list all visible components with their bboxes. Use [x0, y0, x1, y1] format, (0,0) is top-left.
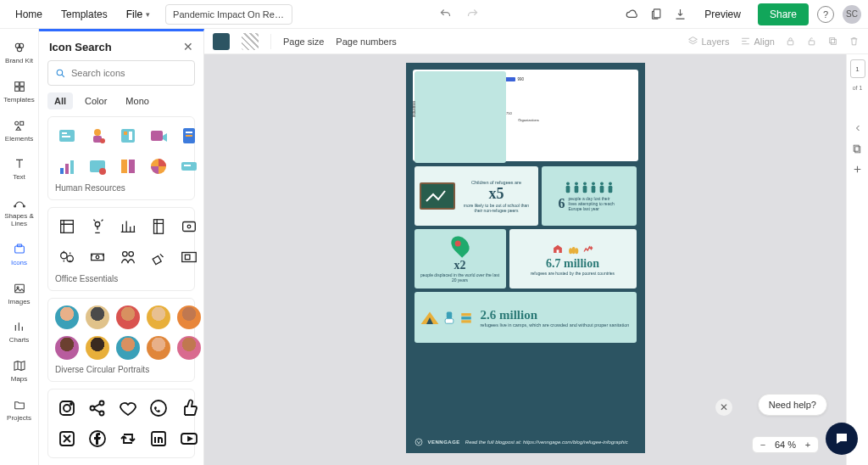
page-numbers-button[interactable]: Page numbers [336, 36, 397, 47]
nav-home[interactable]: Home [7, 3, 51, 25]
rail-elements[interactable]: Elements [0, 112, 39, 151]
office-icon[interactable] [86, 245, 109, 269]
collapse-icon[interactable] [851, 121, 865, 135]
rail-templates[interactable]: Templates [0, 73, 39, 112]
card-blank[interactable] [415, 71, 506, 163]
svg-rect-51 [153, 256, 161, 265]
office-icon[interactable] [177, 245, 201, 269]
thumbs-up-icon[interactable] [177, 396, 201, 420]
page-size-button[interactable]: Page size [283, 36, 324, 47]
retweet-icon[interactable] [116, 427, 140, 451]
align-button[interactable]: Align [740, 36, 775, 47]
portrait-icon[interactable] [55, 336, 79, 360]
infographic-page[interactable]: Industries Public Sector990 Education620… [406, 63, 645, 453]
hr-icon[interactable] [55, 154, 79, 178]
duplicate-icon[interactable] [827, 36, 838, 47]
share-icon[interactable] [86, 396, 109, 420]
rail-maps[interactable]: Maps [0, 352, 39, 391]
redo-icon[interactable] [465, 7, 480, 22]
rail-label: Brand Kit [5, 58, 33, 65]
whatsapp-icon[interactable] [147, 396, 170, 420]
add-page-icon[interactable] [851, 162, 865, 176]
portrait-icon[interactable] [116, 336, 140, 360]
document-title-input[interactable]: Pandemic Impact On Refugee Sta... [165, 4, 292, 25]
hr-icon[interactable] [86, 124, 109, 148]
cloud-sync-icon[interactable] [625, 7, 640, 22]
office-icon[interactable] [177, 215, 201, 238]
user-avatar[interactable]: SC [843, 5, 861, 24]
office-icon[interactable] [147, 245, 170, 269]
chat-fab[interactable] [826, 423, 858, 455]
hr-icon[interactable] [177, 154, 201, 178]
hr-icon[interactable] [116, 154, 140, 178]
instagram-icon[interactable] [55, 396, 79, 420]
rail-projects[interactable]: Projects [0, 391, 39, 430]
heart-icon[interactable] [116, 396, 140, 420]
background-color-swatch[interactable] [213, 33, 230, 50]
nav-templates[interactable]: Templates [53, 3, 116, 25]
undo-icon[interactable] [437, 7, 453, 22]
duplicate-page-icon[interactable] [851, 142, 865, 155]
share-button[interactable]: Share [758, 3, 809, 25]
search-input-wrapper[interactable] [47, 60, 195, 86]
rail-images[interactable]: Images [0, 275, 39, 314]
card-x2[interactable]: x2 people displaced in the world over th… [415, 229, 506, 289]
rail-text[interactable]: Text [0, 150, 39, 189]
rail-brand-kit[interactable]: Brand Kit [0, 34, 39, 73]
need-help-bubble[interactable]: Need help? [758, 394, 827, 416]
rail-shapes[interactable]: Shapes & Lines [0, 189, 39, 236]
portrait-icon[interactable] [86, 336, 109, 360]
card-x5[interactable]: Children of refugees are x5 more likely … [415, 166, 538, 226]
hr-icon[interactable] [86, 154, 109, 178]
portrait-icon[interactable] [177, 305, 201, 329]
close-help-icon[interactable]: ✕ [715, 399, 732, 416]
rail-charts[interactable]: Charts [0, 313, 39, 352]
office-icon[interactable] [86, 215, 109, 238]
rail-icons[interactable]: Icons [0, 236, 39, 275]
search-input[interactable] [71, 68, 187, 78]
tab-all[interactable]: All [47, 92, 73, 109]
card-6-people[interactable]: 6 people a day lost their lives attempti… [542, 166, 637, 226]
preview-button[interactable]: Preview [696, 4, 749, 25]
portrait-icon[interactable] [116, 305, 140, 329]
office-icon[interactable] [55, 245, 79, 269]
portrait-icon[interactable] [86, 305, 109, 329]
zoom-out-button[interactable]: − [758, 440, 768, 450]
hr-icon[interactable] [147, 154, 170, 178]
portrait-icon[interactable] [55, 305, 79, 329]
zoom-in-button[interactable]: + [803, 440, 813, 450]
x-twitter-icon[interactable] [55, 427, 79, 451]
background-pattern-swatch[interactable] [242, 33, 259, 50]
page-indicator[interactable]: 1 [850, 59, 865, 78]
tab-color[interactable]: Color [78, 92, 114, 109]
close-icon[interactable]: ✕ [183, 40, 193, 53]
office-icon[interactable] [116, 215, 140, 238]
hr-icon[interactable] [55, 124, 79, 148]
hr-icon[interactable] [116, 124, 140, 148]
portrait-icon[interactable] [147, 336, 170, 360]
tab-mono[interactable]: Mono [119, 92, 156, 109]
layers-button[interactable]: Layers [687, 36, 730, 47]
hr-icon[interactable] [177, 124, 201, 148]
linkedin-icon[interactable] [147, 427, 170, 451]
help-icon[interactable]: ? [817, 6, 834, 23]
portrait-icon[interactable] [177, 336, 201, 360]
office-icon[interactable] [116, 245, 140, 269]
portrait-icon[interactable] [147, 305, 170, 329]
office-icon[interactable] [55, 215, 79, 238]
svg-rect-66 [809, 41, 815, 45]
file-menu[interactable]: File ▾ [118, 3, 159, 25]
lock-open-icon[interactable] [806, 36, 817, 47]
brand-kit-icon [12, 40, 27, 55]
office-icon[interactable] [147, 215, 170, 238]
download-icon[interactable] [672, 7, 687, 22]
card-2-6m[interactable]: 2.6 million refugees live in camps, whic… [415, 292, 637, 343]
youtube-icon[interactable] [177, 427, 201, 451]
canvas-area[interactable]: Industries Public Sector990 Education620… [204, 54, 846, 465]
hr-icon[interactable] [147, 124, 170, 148]
trash-icon[interactable] [849, 36, 860, 47]
lock-icon[interactable] [785, 36, 796, 47]
facebook-icon[interactable] [86, 427, 109, 451]
card-6-7m[interactable]: 6.7 million refugees are hosted by the p… [509, 229, 637, 289]
copy-doc-icon[interactable] [648, 7, 664, 22]
